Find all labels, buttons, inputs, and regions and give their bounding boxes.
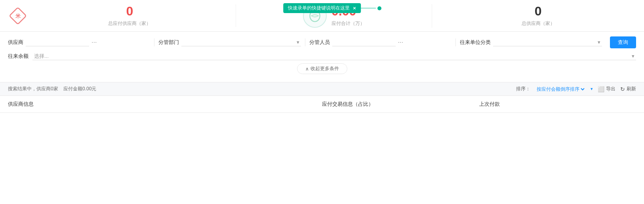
collapse-icon: ∧ [305, 66, 309, 72]
supplier-input[interactable] [26, 38, 89, 46]
collapse-button[interactable]: ∧ 收起更多条件 [297, 63, 347, 74]
col-supplier-info: 供应商信息 [8, 101, 322, 108]
unit-class-filter: 往来单位分类 ▾ [456, 38, 606, 46]
sort-select[interactable]: 按应付会额倒序排序 [535, 86, 586, 92]
stats-bar: 米 0 总应付供应商（家） 0.00 应付合计（万） 快速录单的快捷键说明在这里… [0, 0, 644, 32]
refresh-button[interactable]: ↻ 刷新 [620, 86, 636, 92]
dept-filter: 分管部门 ▾ [154, 38, 305, 46]
unit-class-label: 往来单位分类 [460, 39, 491, 46]
filter-row-2: 往来余额 选择... ▾ [8, 52, 636, 60]
results-text: 搜索结果中，供应商0家 应付金额0.00元 [8, 86, 96, 92]
dept-select-wrapper: ▾ [181, 38, 301, 46]
export-button[interactable]: ⬜ 导出 [598, 86, 615, 92]
sort-label: 排序： [516, 86, 530, 92]
person-dots[interactable]: ··· [398, 39, 403, 46]
results-actions: 排序： 按应付会额倒序排序 ▾ ⬜ 导出 ↻ 刷新 [516, 86, 636, 92]
tooltip-text: 快速录单的快捷键说明在这里 [288, 5, 350, 11]
tooltip-badge: 快速录单的快捷键说明在这里 × [283, 3, 361, 13]
table-body [0, 113, 644, 204]
results-summary: 搜索结果中，供应商0家 应付金额0.00元 [8, 86, 96, 92]
total-payable-suppliers-label: 总应付供应商（家） [108, 20, 151, 27]
query-button[interactable]: 查询 [610, 36, 636, 48]
export-icon: ⬜ [598, 86, 604, 92]
unit-class-select-wrapper: ▾ [493, 38, 602, 46]
logo-diamond: 米 [8, 6, 28, 26]
tooltip-dot [377, 6, 381, 10]
tooltip-close[interactable]: × [353, 6, 356, 11]
filter-bar: 供应商 ··· 分管部门 ▾ 分管人员 ··· 往来单位分类 [0, 32, 644, 82]
col-last-payment: 上次付款 [479, 101, 636, 108]
unit-class-select[interactable] [493, 38, 602, 46]
dept-select[interactable] [181, 38, 301, 46]
filter-row-1: 供应商 ··· 分管部门 ▾ 分管人员 ··· 往来单位分类 [8, 36, 636, 48]
results-bar: 搜索结果中，供应商0家 应付金额0.00元 排序： 按应付会额倒序排序 ▾ ⬜ … [0, 82, 644, 96]
supplier-label: 供应商 [8, 39, 23, 46]
refresh-icon: ↻ [620, 86, 625, 92]
person-filter: 分管人员 ··· [305, 38, 456, 46]
person-label: 分管人员 [309, 39, 330, 46]
balance-select-wrapper: 选择... ▾ [32, 52, 636, 60]
balance-select[interactable]: 选择... [32, 52, 636, 60]
total-payable-suppliers-stat: 0 总应付供应商（家） [24, 4, 236, 27]
person-input[interactable] [332, 38, 396, 46]
supplier-dots[interactable]: ··· [91, 39, 97, 46]
balance-label: 往来余额 [8, 53, 29, 60]
sort-caret-icon: ▾ [591, 86, 593, 92]
total-suppliers-value: 0 [535, 4, 542, 18]
dept-label: 分管部门 [158, 39, 179, 46]
table-header: 供应商信息 应付交易信息（占比） 上次付款 [0, 96, 644, 113]
total-suppliers-label: 总供应商（家） [522, 20, 555, 27]
payable-total-label: 应付合计（万） [332, 20, 365, 27]
total-suppliers-stat: 0 总供应商（家） [432, 4, 644, 27]
total-payable-suppliers-value: 0 [126, 4, 133, 18]
svg-text:米: 米 [15, 13, 21, 19]
supplier-filter: 供应商 ··· [8, 38, 154, 46]
col-payable-info: 应付交易信息（占比） [322, 101, 479, 108]
collapse-label: 收起更多条件 [311, 65, 339, 72]
